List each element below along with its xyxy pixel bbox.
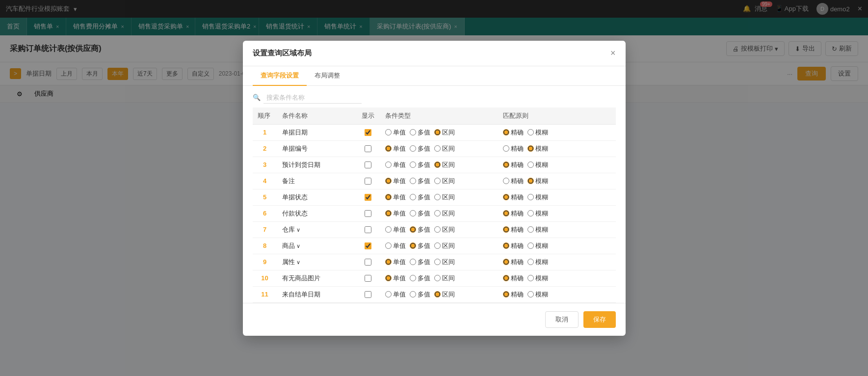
display-checkbox[interactable] — [365, 145, 371, 152]
row-display[interactable] — [356, 157, 380, 173]
display-checkbox[interactable] — [365, 275, 371, 282]
type-radio-opt[interactable]: 单值 — [385, 274, 406, 283]
match-radio-opt[interactable]: 精确 — [503, 128, 524, 137]
row-match[interactable]: 精确模糊 — [498, 173, 616, 189]
type-radio-opt[interactable]: 多值 — [410, 274, 430, 283]
type-radio-opt[interactable]: 区间 — [434, 258, 455, 267]
row-match[interactable]: 精确模糊 — [498, 205, 616, 221]
match-radio-opt[interactable]: 模糊 — [527, 258, 548, 267]
type-radio-opt[interactable]: 多值 — [410, 290, 430, 299]
display-checkbox[interactable] — [365, 129, 371, 136]
type-radio-opt[interactable]: 区间 — [434, 128, 455, 137]
type-radio-opt[interactable]: 单值 — [385, 209, 406, 218]
match-radio-opt[interactable]: 精确 — [503, 274, 524, 283]
type-radio-opt[interactable]: 区间 — [434, 225, 455, 234]
modal-close-button[interactable]: × — [610, 49, 616, 57]
row-display[interactable] — [356, 254, 380, 270]
display-checkbox[interactable] — [365, 161, 371, 168]
type-radio-opt[interactable]: 区间 — [434, 242, 455, 250]
match-radio-opt[interactable]: 精确 — [503, 242, 524, 250]
match-radio-opt[interactable]: 模糊 — [527, 274, 548, 283]
row-match[interactable]: 精确模糊 — [498, 140, 616, 157]
type-radio-opt[interactable]: 单值 — [385, 225, 406, 234]
display-checkbox[interactable] — [365, 259, 371, 266]
row-type[interactable]: 单值多值区间 — [380, 189, 498, 205]
match-radio-opt[interactable]: 精确 — [503, 177, 524, 186]
row-display[interactable] — [356, 189, 380, 205]
type-radio-opt[interactable]: 单值 — [385, 128, 406, 137]
save-button[interactable]: 保存 — [583, 311, 616, 328]
type-radio-opt[interactable]: 区间 — [434, 193, 455, 202]
search-input[interactable] — [263, 92, 362, 104]
type-radio-opt[interactable]: 多值 — [410, 258, 430, 267]
type-radio-opt[interactable]: 多值 — [410, 209, 430, 218]
row-display[interactable] — [356, 221, 380, 238]
match-radio-opt[interactable]: 精确 — [503, 225, 524, 234]
row-display[interactable] — [356, 173, 380, 189]
match-radio-opt[interactable]: 精确 — [503, 161, 524, 169]
display-checkbox[interactable] — [365, 210, 371, 217]
tab-query-fields[interactable]: 查询字段设置 — [253, 66, 307, 86]
match-radio-opt[interactable]: 模糊 — [527, 193, 548, 202]
type-radio-opt[interactable]: 多值 — [410, 161, 430, 169]
display-checkbox[interactable] — [365, 226, 371, 233]
row-match[interactable]: 精确模糊 — [498, 270, 616, 286]
row-type[interactable]: 单值多值区间 — [380, 238, 498, 254]
row-display[interactable] — [356, 140, 380, 157]
type-radio-opt[interactable]: 多值 — [410, 128, 430, 137]
row-type[interactable]: 单值多值区间 — [380, 270, 498, 286]
match-radio-opt[interactable]: 模糊 — [527, 290, 548, 299]
match-radio-opt[interactable]: 模糊 — [527, 225, 548, 234]
type-radio-opt[interactable]: 单值 — [385, 258, 406, 267]
type-radio-opt[interactable]: 多值 — [410, 225, 430, 234]
match-radio-opt[interactable]: 精确 — [503, 258, 524, 267]
row-type[interactable]: 单值多值区间 — [380, 173, 498, 189]
type-radio-opt[interactable]: 多值 — [410, 144, 430, 153]
row-display[interactable] — [356, 205, 380, 221]
row-type[interactable]: 单值多值区间 — [380, 286, 498, 302]
display-checkbox[interactable] — [365, 291, 371, 298]
match-radio-opt[interactable]: 模糊 — [527, 144, 548, 153]
row-display[interactable] — [356, 238, 380, 254]
row-type[interactable]: 单值多值区间 — [380, 205, 498, 221]
row-display[interactable] — [356, 124, 380, 140]
match-radio-opt[interactable]: 精确 — [503, 290, 524, 299]
type-radio-opt[interactable]: 区间 — [434, 290, 455, 299]
type-radio-opt[interactable]: 单值 — [385, 177, 406, 186]
row-match[interactable]: 精确模糊 — [498, 157, 616, 173]
row-match[interactable]: 精确模糊 — [498, 124, 616, 140]
type-radio-opt[interactable]: 单值 — [385, 144, 406, 153]
match-radio-opt[interactable]: 模糊 — [527, 161, 548, 169]
row-match[interactable]: 精确模糊 — [498, 238, 616, 254]
display-checkbox[interactable] — [365, 178, 371, 185]
row-type[interactable]: 单值多值区间 — [380, 124, 498, 140]
row-match[interactable]: 精确模糊 — [498, 286, 616, 302]
type-radio-opt[interactable]: 多值 — [410, 193, 430, 202]
type-radio-opt[interactable]: 区间 — [434, 144, 455, 153]
match-radio-opt[interactable]: 精确 — [503, 144, 524, 153]
row-type[interactable]: 单值多值区间 — [380, 221, 498, 238]
match-radio-opt[interactable]: 精确 — [503, 209, 524, 218]
type-radio-opt[interactable]: 单值 — [385, 290, 406, 299]
type-radio-opt[interactable]: 区间 — [434, 209, 455, 218]
match-radio-opt[interactable]: 模糊 — [527, 209, 548, 218]
match-radio-opt[interactable]: 精确 — [503, 193, 524, 202]
type-radio-opt[interactable]: 多值 — [410, 242, 430, 250]
row-type[interactable]: 单值多值区间 — [380, 157, 498, 173]
row-match[interactable]: 精确模糊 — [498, 221, 616, 238]
type-radio-opt[interactable]: 多值 — [410, 177, 430, 186]
match-radio-opt[interactable]: 模糊 — [527, 177, 548, 186]
row-type[interactable]: 单值多值区间 — [380, 254, 498, 270]
match-radio-opt[interactable]: 模糊 — [527, 242, 548, 250]
type-radio-opt[interactable]: 区间 — [434, 177, 455, 186]
type-radio-opt[interactable]: 区间 — [434, 274, 455, 283]
row-type[interactable]: 单值多值区间 — [380, 140, 498, 157]
row-match[interactable]: 精确模糊 — [498, 254, 616, 270]
display-checkbox[interactable] — [365, 242, 371, 249]
cancel-button[interactable]: 取消 — [545, 311, 579, 328]
type-radio-opt[interactable]: 单值 — [385, 193, 406, 202]
type-radio-opt[interactable]: 单值 — [385, 242, 406, 250]
type-radio-opt[interactable]: 区间 — [434, 161, 455, 169]
row-match[interactable]: 精确模糊 — [498, 189, 616, 205]
display-checkbox[interactable] — [365, 194, 371, 201]
